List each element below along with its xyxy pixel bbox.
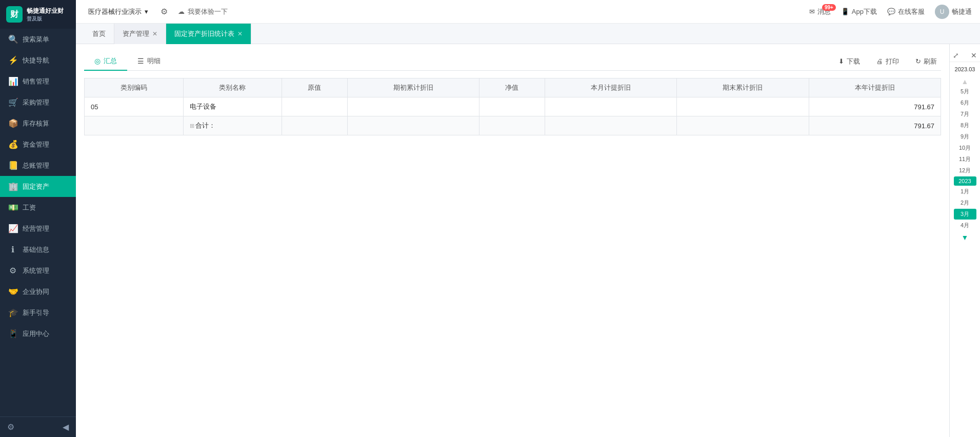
panel-month-item[interactable]: 1月 <box>954 186 976 197</box>
tab-home[interactable]: 首页 <box>84 24 114 44</box>
panel-month-item[interactable]: 5月 <box>954 86 976 97</box>
company-name: 医疗器械行业演示 <box>88 7 142 16</box>
action-toolbar: ⬇ 下载 🖨 打印 ↻ 刷新 <box>834 55 941 68</box>
sidebar-item-guide[interactable]: 🎓 新手引导 <box>0 302 76 323</box>
sidebar-item-purchase[interactable]: 🛒 采购管理 <box>0 92 76 113</box>
tab-fixed-assets-depreciation[interactable]: 固定资产折旧统计表✕ <box>166 24 251 44</box>
right-panel: ⤢ ✕ 2023.03 ▲ 5月6月7月8月9月10月11月12月 2023 1… <box>949 44 980 437</box>
sub-tab-icon-detail: ☰ <box>137 57 144 65</box>
close-panel-icon[interactable]: ✕ <box>971 51 977 59</box>
year-marker-label[interactable]: 2023 <box>954 176 976 186</box>
sidebar-item-operations[interactable]: 📈 经营管理 <box>0 218 76 239</box>
sidebar-item-app-center[interactable]: 📱 应用中心 <box>0 323 76 344</box>
online-service-button[interactable]: 💬 在线客服 <box>887 7 925 16</box>
sidebar-item-finance[interactable]: 💰 资金管理 <box>0 134 76 155</box>
table-column-header: 本年计提折旧 <box>809 78 941 97</box>
panel-month-item[interactable]: 12月 <box>954 165 976 176</box>
panel-scroll-up[interactable]: ▲ <box>950 77 980 86</box>
sidebar-label-system: 系统管理 <box>23 266 49 275</box>
experience-button[interactable]: ☁ 我要体验一下 <box>178 7 228 16</box>
summary-cell <box>85 116 184 135</box>
sidebar-item-fixed-assets[interactable]: 🏢 固定资产 <box>0 176 76 197</box>
sidebar-nav: 🔍 搜索菜单⚡ 快捷导航📊 销售管理🛒 采购管理📦 库存核算💰 资金管理📒 总账… <box>0 29 76 416</box>
sidebar-label-search: 搜索菜单 <box>23 35 49 44</box>
messages-button[interactable]: ✉ 消息 99+ <box>809 7 831 16</box>
panel-scroll-down[interactable]: ▼ <box>950 233 980 242</box>
sidebar-label-purchase: 采购管理 <box>23 98 49 107</box>
panel-month-item[interactable]: 8月 <box>954 120 976 131</box>
table-row: 05电子设备791.67 <box>85 97 941 116</box>
year-marker: 2023 <box>954 176 976 186</box>
panel-months: 1月2月3月4月 <box>954 186 976 231</box>
sidebar-icon-app-center: 📱 <box>8 329 17 339</box>
summary-icon: ⊞ <box>190 123 194 129</box>
app-download-label: App下载 <box>852 7 877 16</box>
sidebar-item-inventory[interactable]: 📦 库存核算 <box>0 113 76 134</box>
tab-asset-management[interactable]: 资产管理✕ <box>114 24 166 44</box>
sidebar-label-finance: 资金管理 <box>23 140 49 149</box>
panel-month-item[interactable]: 6月 <box>954 97 976 108</box>
sidebar-label-quick-nav: 快捷导航 <box>23 56 49 65</box>
sidebar-icon-search: 🔍 <box>8 34 17 44</box>
header-settings-icon[interactable]: ⚙ <box>161 7 168 16</box>
tabs-bar: 首页资产管理✕固定资产折旧统计表✕ <box>76 24 980 44</box>
sidebar-item-cooperation[interactable]: 🤝 企业协同 <box>0 281 76 302</box>
download-icon: ⬇ <box>838 57 844 65</box>
panel-month-item[interactable]: 9月 <box>954 131 976 142</box>
panel-years-before: 5月6月7月8月9月10月11月12月 <box>954 86 976 176</box>
sidebar-icon-guide: 🎓 <box>8 308 17 317</box>
panel-month-item[interactable]: 2月 <box>954 197 976 208</box>
sidebar-label-guide: 新手引导 <box>23 308 49 317</box>
tab-label-asset-management: 资产管理 <box>123 29 149 38</box>
sidebar-label-basic-info: 基础信息 <box>23 245 49 254</box>
panel-month-item[interactable]: 4月 <box>954 220 976 231</box>
sidebar-icon-fixed-assets: 🏢 <box>8 182 17 191</box>
expand-icon[interactable]: ⤢ <box>953 51 959 59</box>
settings-icon[interactable]: ⚙ <box>7 422 14 432</box>
sidebar-icon-ledger: 📒 <box>8 161 17 170</box>
page-content: ◎ 汇总☰ 明细 ⬇ 下载 🖨 打印 ↻ 刷新 <box>76 44 949 437</box>
sidebar-item-system[interactable]: ⚙ 系统管理 <box>0 260 76 281</box>
sub-tab-label-detail: 明细 <box>147 56 161 66</box>
download-button[interactable]: ⬇ 下载 <box>834 55 864 68</box>
panel-month-item[interactable]: 10月 <box>954 143 976 153</box>
sidebar-item-basic-info[interactable]: ℹ 基础信息 <box>0 239 76 260</box>
sidebar-icon-operations: 📈 <box>8 224 17 233</box>
table-summary-row: ⊞合计：791.67 <box>85 116 941 135</box>
sidebar-item-search[interactable]: 🔍 搜索菜单 <box>0 29 76 50</box>
app-name: 畅捷通好业财 <box>27 7 64 15</box>
sidebar-label-sales: 销售管理 <box>23 77 49 86</box>
table-column-header: 本月计提折旧 <box>545 78 677 97</box>
table-column-header: 期初累计折旧 <box>347 78 479 97</box>
user-profile[interactable]: U 畅捷通 <box>935 5 972 19</box>
sidebar-item-quick-nav[interactable]: ⚡ 快捷导航 <box>0 50 76 71</box>
print-button[interactable]: 🖨 打印 <box>872 55 903 68</box>
table-column-header: 原值 <box>282 78 348 97</box>
refresh-icon: ↻ <box>915 57 921 65</box>
sidebar-icon-system: ⚙ <box>8 266 17 275</box>
tab-close-fixed-assets-depreciation[interactable]: ✕ <box>237 30 243 37</box>
summary-cell: 791.67 <box>809 116 941 135</box>
sidebar-label-fixed-assets: 固定资产 <box>23 182 49 191</box>
collapse-icon[interactable]: ◀ <box>63 422 69 432</box>
sidebar: 财 畅捷通好业财 普及版 🔍 搜索菜单⚡ 快捷导航📊 销售管理🛒 采购管理📦 库… <box>0 0 76 437</box>
refresh-button[interactable]: ↻ 刷新 <box>911 55 941 68</box>
panel-month-item[interactable]: 7月 <box>954 109 976 120</box>
tab-close-asset-management[interactable]: ✕ <box>152 30 157 37</box>
sub-tab-summary[interactable]: ◎ 汇总 <box>84 52 127 71</box>
sidebar-item-payroll[interactable]: 💵 工资 <box>0 197 76 218</box>
sidebar-item-sales[interactable]: 📊 销售管理 <box>0 71 76 92</box>
panel-month-item[interactable]: 11月 <box>954 154 976 165</box>
sub-tab-detail[interactable]: ☰ 明细 <box>127 52 171 71</box>
sidebar-label-payroll: 工资 <box>23 203 36 212</box>
experience-icon: ☁ <box>178 8 185 15</box>
app-download-button[interactable]: 📱 App下载 <box>841 7 877 16</box>
panel-month-item[interactable]: 3月 <box>954 209 976 220</box>
company-selector[interactable]: 医疗器械行业演示 ▾ <box>84 5 152 18</box>
sidebar-label-cooperation: 企业协同 <box>23 287 49 296</box>
sidebar-item-ledger[interactable]: 📒 总账管理 <box>0 155 76 176</box>
refresh-label: 刷新 <box>924 57 937 66</box>
summary-cell <box>282 116 348 135</box>
sub-tabs: ◎ 汇总☰ 明细 <box>84 52 171 70</box>
sidebar-icon-inventory: 📦 <box>8 118 17 128</box>
